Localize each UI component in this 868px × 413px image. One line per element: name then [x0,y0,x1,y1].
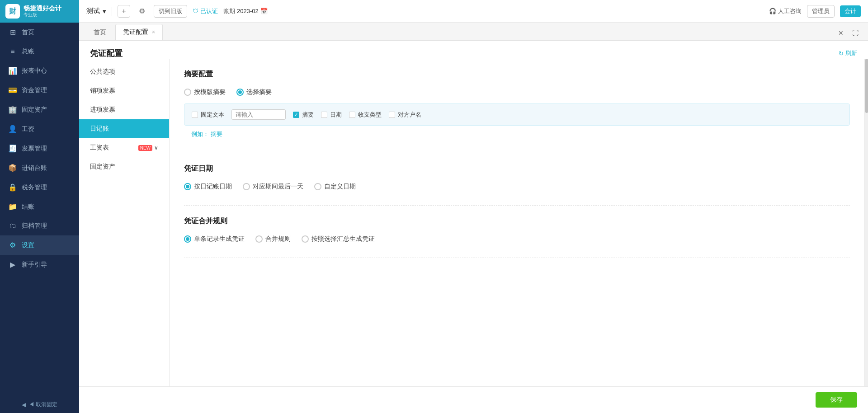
sidebar-item-tax[interactable]: 🔒 税务管理 [0,178,79,197]
checkbox-date[interactable]: 日期 [321,111,342,119]
sidebar-item-label: 报表中心 [22,67,47,75]
nav-item-payroll[interactable]: 工资表 NEW ∨ [79,138,169,157]
new-badge: NEW [138,145,152,151]
logo-icon: 财 [5,4,20,19]
save-button[interactable]: 保存 [816,392,857,408]
fixed-text-checkbox [192,112,198,118]
invoice-icon: 🧾 [8,144,17,153]
refresh-label: 刷新 [845,49,857,57]
sidebar-item-label: 新手引导 [22,261,47,269]
cert-label: 已认证 [200,7,218,15]
company-selector[interactable]: 测试 ▾ [86,7,106,15]
refresh-button[interactable]: ↻ 刷新 [839,49,857,57]
sidebar-item-invoice[interactable]: 🧾 发票管理 [0,139,79,158]
accountant-button[interactable]: 会计 [840,5,861,17]
nav-item-diary[interactable]: 日记账 [79,119,169,138]
sidebar-item-capital[interactable]: 💳 资金管理 [0,80,79,100]
merge-rules-circle [255,235,263,243]
sidebar-item-wages[interactable]: 👤 工资 [0,119,79,139]
close-ledger-icon: 📁 [8,202,17,211]
sidebar-item-assets[interactable]: 🏢 固定资产 [0,100,79,119]
user-button[interactable]: 管理员 [807,5,835,18]
checkbox-summary[interactable]: 摘要 [293,111,314,119]
radio-merge-rules[interactable]: 合并规则 [255,235,291,243]
sidebar-collapse-button[interactable]: ◀ ◀ 取消固定 [0,396,79,413]
sidebar-item-close[interactable]: 📁 结账 [0,197,79,216]
help-label: 人工咨询 [778,7,802,15]
voucher-date-title: 凭证日期 [184,164,850,174]
checkbox-pay-type[interactable]: 收支类型 [349,111,382,119]
switch-old-version-button[interactable]: 切到旧版 [154,5,187,18]
calendar-icon[interactable]: 📅 [260,8,268,14]
checkbox-fixed-text[interactable]: 固定文本 [192,111,224,119]
sidebar-item-label: 首页 [22,28,34,37]
summary-section-title: 摘要配置 [184,70,850,79]
voucher-date-radio-group: 按日记账日期 对应期间最后一天 自定义日期 [184,183,850,191]
collapse-label: ◀ 取消固定 [29,401,57,408]
content-area: 凭证配置 ↻ 刷新 公共选项 销项发票 进项发票 日记账 [79,41,868,413]
radio-single-record[interactable]: 单条记录生成凭证 [184,235,245,243]
single-record-circle [184,235,191,243]
logo-text: 畅捷通好会计 [24,5,61,12]
period-display: 账期 2023-02 📅 [223,7,268,15]
checkbox-counterpart[interactable]: 对方户名 [389,111,421,119]
merge-rules-radio-group: 单条记录生成凭证 合并规则 按照选择汇总生成凭证 [184,235,850,243]
page-title: 凭证配置 [90,48,123,59]
sidebar-item-label: 进销台账 [22,164,47,172]
sidebar-logo: 财 畅捷通好会计 专业版 [0,0,79,23]
tabbar: 首页 凭证配置 × ✕ ⛶ [79,23,868,41]
nav-item-purchase-invoice[interactable]: 进项发票 [79,100,169,119]
right-panel: 摘要配置 按模版摘要 选择摘要 [170,59,868,386]
scrollbar-track[interactable] [864,59,868,386]
sidebar-item-label: 结账 [22,203,34,211]
radio-select-summary[interactable]: 选择摘要 [236,88,272,96]
sidebar-item-ledger[interactable]: ≡ 总账 [0,42,79,61]
help-button[interactable]: 🎧 人工咨询 [769,7,802,15]
close-window-button[interactable]: ✕ [835,28,846,38]
sidebar-item-sales[interactable]: 📦 进销台账 [0,158,79,178]
radio-select-summary-gen[interactable]: 按照选择汇总生成凭证 [302,235,375,243]
radio-custom-date[interactable]: 自定义日期 [314,183,356,191]
nav-item-public[interactable]: 公共选项 [79,62,169,81]
radio-diary-date[interactable]: 按日记账日期 [184,183,232,191]
sidebar-item-newuser[interactable]: ▶ 新手引导 [0,255,79,274]
sidebar-item-reports[interactable]: 📊 报表中心 [0,61,79,80]
tab-voucher-config[interactable]: 凭证配置 × [115,24,163,40]
reports-icon: 📊 [8,66,17,75]
radio-template-summary[interactable]: 按模版摘要 [184,88,226,96]
example-value: 摘要 [211,131,222,137]
sidebar-item-archive[interactable]: 🗂 归档管理 [0,216,79,235]
topbar-settings-button[interactable]: ⚙ [136,5,148,18]
nav-item-fixed-assets[interactable]: 固定资产 [79,157,169,176]
cert-icon: 🛡 [193,8,198,14]
fixed-text-input[interactable] [231,109,286,120]
sidebar-item-label: 资金管理 [22,86,47,94]
sidebar-item-settings[interactable]: ⚙ 设置 [0,235,79,255]
home-icon: ⊞ [8,28,17,37]
divider-1 [184,153,850,153]
expand-window-button[interactable]: ⛶ [850,28,861,38]
sales-icon: 📦 [8,164,17,172]
voucher-date-section: 凭证日期 按日记账日期 对应期间最后一天 [184,164,850,191]
add-company-button[interactable]: + [118,5,130,18]
nav-item-sales-invoice[interactable]: 销项发票 [79,81,169,100]
divider-2 [184,205,850,206]
company-arrow-icon: ▾ [103,7,106,15]
sidebar-item-home[interactable]: ⊞ 首页 [0,23,79,42]
topbar: 测试 ▾ + ⚙ 切到旧版 🛡 已认证 账期 2023-02 📅 🎧 人工咨询 … [79,0,868,23]
merge-rules-title: 凭证合并规则 [184,216,850,226]
scrollbar-thumb[interactable] [865,59,868,113]
page-header: 凭证配置 ↻ 刷新 [79,41,868,59]
bottom-bar: 保存 [79,386,868,413]
diary-date-circle [184,183,191,190]
ledger-icon: ≡ [8,47,17,56]
settings-icon: ⚙ [8,241,17,249]
sidebar-item-label: 工资 [22,125,34,133]
sidebar-item-label: 归档管理 [22,222,47,230]
tab-home[interactable]: 首页 [86,25,113,40]
tab-close-icon[interactable]: × [152,29,155,35]
radio-period-last[interactable]: 对应期间最后一天 [243,183,303,191]
tax-icon: 🔒 [8,183,17,192]
payroll-arrow-icon: ∨ [154,145,158,151]
logo-sub: 专业版 [24,12,61,18]
